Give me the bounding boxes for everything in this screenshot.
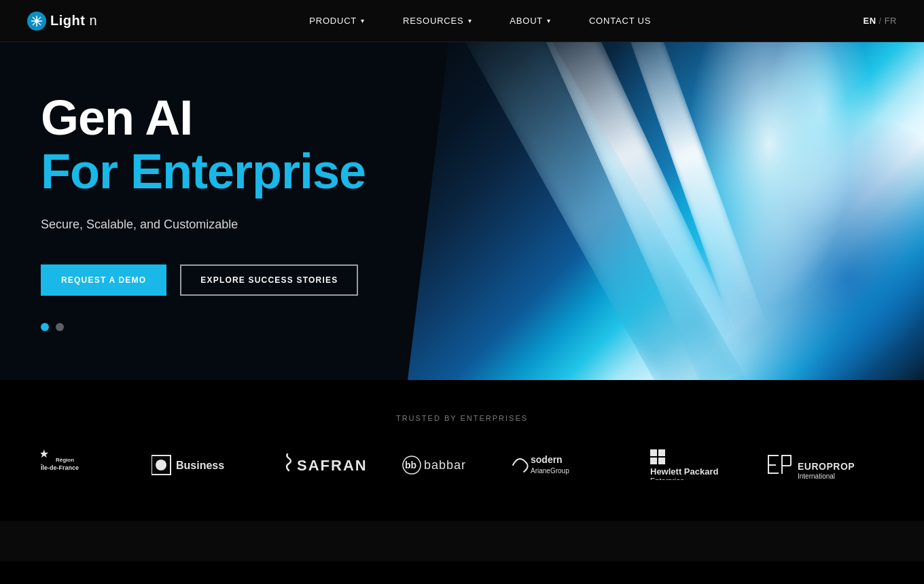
svg-rect-30 — [768, 473, 779, 474]
logo-text: Light — [50, 13, 85, 29]
svg-text:Île-de-France: Île-de-France — [41, 464, 79, 471]
svg-text:International: International — [798, 473, 835, 479]
svg-rect-32 — [781, 455, 791, 456]
svg-line-7 — [39, 17, 41, 20]
logo-hpe: Hewlett Packard Enterprise — [650, 449, 739, 480]
nav-menu: PRODUCT ▾ RESOURCES ▾ ABOUT ▾ CONTACT US — [290, 0, 670, 42]
svg-text:Région: Région — [56, 457, 74, 463]
dot-2[interactable] — [56, 323, 64, 331]
logo[interactable]: Lightn — [27, 12, 97, 31]
trusted-label: TRUSTED BY ENTERPRISES — [41, 414, 883, 422]
nav-item-resources[interactable]: RESOURCES ▾ — [384, 0, 491, 42]
hero-cta-group: REQUEST A DEMO EXPLORE SUCCESS STORIES — [41, 264, 366, 296]
svg-text:EUROPROP: EUROPROP — [798, 461, 855, 472]
logo-orange-business: Business — [152, 451, 253, 479]
svg-point-13 — [156, 460, 166, 470]
chevron-down-icon: ▾ — [361, 17, 365, 24]
hero-title-blue: For Enterprise — [41, 145, 366, 199]
nav-item-about[interactable]: ABOUT ▾ — [491, 0, 570, 42]
svg-rect-31 — [781, 455, 783, 474]
logo-babbar: bb babbar — [401, 451, 482, 479]
svg-marker-11 — [41, 449, 48, 458]
logo-europrop: EUROPROP International — [768, 451, 883, 479]
chevron-down-icon: ▾ — [547, 17, 551, 24]
svg-point-0 — [35, 19, 39, 23]
bottom-section — [0, 521, 924, 562]
lang-separator: / — [879, 16, 882, 26]
svg-text:Enterprise: Enterprise — [650, 477, 684, 480]
trusted-section: TRUSTED BY ENTERPRISES Région Île-de-Fra… — [0, 380, 924, 521]
svg-text:Business: Business — [176, 460, 224, 471]
lang-en[interactable]: EN — [863, 16, 876, 26]
svg-text:babbar: babbar — [424, 458, 466, 472]
logo-icon — [27, 12, 46, 31]
hero-title-white: Gen AI — [41, 91, 366, 145]
logo-sodern: sodern ArianeGroup — [512, 451, 620, 479]
svg-line-8 — [33, 22, 35, 25]
svg-rect-27 — [768, 455, 779, 456]
hero-pagination-dots — [41, 323, 366, 331]
hero-section: Gen AI For Enterprise Secure, Scalable, … — [0, 42, 924, 380]
nav-item-product[interactable]: PRODUCT ▾ — [290, 0, 384, 42]
svg-rect-23 — [650, 458, 657, 464]
svg-text:bb: bb — [405, 460, 416, 470]
svg-text:sodern: sodern — [531, 454, 563, 465]
svg-rect-29 — [768, 464, 776, 466]
svg-line-6 — [39, 22, 41, 25]
logo-idf: Région Île-de-France — [41, 449, 122, 480]
svg-text:SAFRAN: SAFRAN — [297, 457, 368, 474]
request-demo-button[interactable]: REQUEST A DEMO — [41, 264, 166, 296]
dot-1[interactable] — [41, 323, 49, 331]
explore-stories-button[interactable]: EXPLORE SUCCESS STORIES — [180, 264, 358, 296]
logo-safran: SAFRAN — [283, 451, 372, 479]
navbar: Lightn PRODUCT ▾ RESOURCES ▾ ABOUT ▾ CON… — [0, 0, 924, 42]
lang-fr[interactable]: FR — [885, 16, 897, 26]
svg-rect-21 — [650, 449, 657, 456]
svg-text:Hewlett Packard: Hewlett Packard — [650, 466, 718, 477]
hero-background-overlay — [408, 42, 924, 380]
svg-rect-22 — [658, 449, 665, 456]
nav-item-contact[interactable]: CONTACT US — [570, 0, 670, 42]
hero-content: Gen AI For Enterprise Secure, Scalable, … — [0, 91, 366, 331]
chevron-down-icon: ▾ — [468, 17, 472, 24]
language-switcher: EN / FR — [863, 16, 897, 26]
svg-rect-24 — [658, 458, 665, 464]
svg-line-5 — [33, 17, 35, 20]
logos-row: Région Île-de-France Business SAFRAN — [41, 449, 883, 480]
svg-text:ArianeGroup: ArianeGroup — [531, 467, 569, 475]
hero-subtitle: Secure, Scalable, and Customizable — [41, 218, 366, 232]
